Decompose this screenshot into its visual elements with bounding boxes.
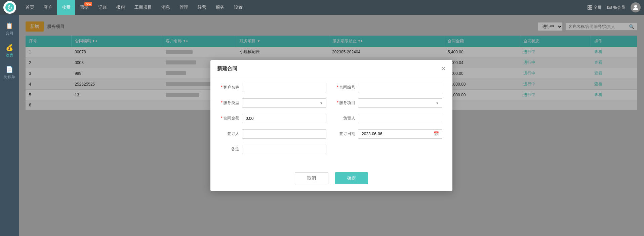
input-signer[interactable] [242,129,326,139]
nav-item-customer[interactable]: 客户 [39,0,57,15]
field-contract-no: 合同编号 [336,83,442,92]
main-layout: 📋 合同 💰 收费 📄 对账单 新增 服务项目 进行中 已结束 全部 [0,15,644,236]
modal-header: 新建合同 ✕ [210,60,452,76]
field-service-type: 服务类型 ▼ [220,98,326,108]
label-responsible: 负责人 [336,115,355,121]
nav-item-home[interactable]: 首页 [21,0,39,15]
nav-item-business[interactable]: 工商项目 [130,0,157,15]
field-responsible: 负责人 [336,114,442,123]
input-contract-no[interactable] [358,83,442,92]
field-service-item: 服务项目 ▼ [336,98,442,108]
field-signer: 签订人 [220,129,326,139]
form-row-1: 客户名称 合同编号 [220,83,442,92]
input-notes[interactable] [242,145,326,154]
nav-item-service[interactable]: 服务 [211,0,229,15]
new-badge: new [84,2,92,6]
fullscreen-button[interactable]: 全屏 [588,5,602,10]
modal-footer: 取消 确定 [210,167,452,191]
top-navigation: 首页 客户 收费 票据 new 记账 报税 工商项目 消息 管理 经营 服务 设… [0,0,644,15]
field-sign-date: 签订日期 📅 [336,129,442,139]
label-service-item: 服务项目 [336,100,355,106]
vip-button[interactable]: 畅会员 [607,5,625,10]
select-service-item[interactable] [358,98,442,108]
form-row-5: 备注 [220,145,442,154]
statement-icon: 📄 [6,66,13,73]
content-area: 新增 服务项目 进行中 已结束 全部 🔍 序号 合同编码 ⬆⬇ [19,15,644,236]
nav-item-settings[interactable]: 设置 [229,0,247,15]
top-nav-right: 全屏 畅会员 [588,2,641,12]
svg-rect-1 [590,5,592,7]
sidebar-item-contract[interactable]: 📋 合同 [0,18,19,40]
confirm-button[interactable]: 确定 [335,172,368,184]
avatar[interactable] [631,2,641,12]
select-service-item-wrap: ▼ [358,98,442,108]
nav-item-operation[interactable]: 经营 [193,0,211,15]
select-service-type[interactable] [242,98,326,108]
calendar-icon[interactable]: 📅 [434,131,439,136]
app-logo[interactable] [3,1,16,14]
form-row-3: 合同金额 负责人 [220,114,442,123]
label-sign-date: 签订日期 [336,131,355,137]
field-notes: 备注 [220,145,326,154]
modal-overlay: 新建合同 ✕ 客户名称 合同编号 [19,15,644,236]
form-row-4: 签订人 签订日期 📅 [220,129,442,139]
svg-rect-0 [588,5,590,7]
sidebar: 📋 合同 💰 收费 📄 对账单 [0,15,19,236]
label-notes: 备注 [220,146,239,152]
field-customer-name: 客户名称 [220,83,326,92]
field-amount: 合同金额 [220,114,326,123]
nav-item-billing[interactable]: 收费 [57,0,75,15]
vip-icon [607,5,612,10]
label-amount: 合同金额 [220,115,239,121]
nav-item-messages[interactable]: 消息 [157,0,175,15]
nav-item-admin[interactable]: 管理 [175,0,193,15]
input-responsible[interactable] [358,114,442,123]
sidebar-item-billing[interactable]: 💰 收费 [0,40,19,62]
input-amount[interactable] [242,114,326,123]
label-contract-no: 合同编号 [336,85,355,90]
modal-title: 新建合同 [217,65,237,72]
input-sign-date[interactable] [358,129,442,139]
billing-icon: 💰 [6,44,13,51]
label-signer: 签订人 [220,131,239,137]
label-service-type: 服务类型 [220,100,239,106]
logo-inner [5,3,14,12]
new-contract-modal: 新建合同 ✕ 客户名称 合同编号 [210,60,452,191]
svg-rect-2 [588,8,590,9]
sidebar-item-statement[interactable]: 📄 对账单 [0,62,19,84]
nav-item-invoice[interactable]: 票据 new [75,0,93,15]
cancel-button[interactable]: 取消 [295,172,328,184]
nav-item-bookkeeping[interactable]: 记账 [93,0,112,15]
modal-body: 客户名称 合同编号 服务类型 [210,76,452,167]
label-customer: 客户名称 [220,85,239,90]
svg-point-5 [634,5,637,8]
contract-icon: 📋 [6,22,13,30]
form-row-2: 服务类型 ▼ 服务项目 [220,98,442,108]
svg-rect-3 [590,8,592,9]
select-service-type-wrap: ▼ [242,98,326,108]
input-customer-name[interactable] [242,83,326,92]
fullscreen-icon [588,5,592,10]
nav-item-tax[interactable]: 报税 [112,0,130,15]
modal-close-button[interactable]: ✕ [441,65,446,72]
